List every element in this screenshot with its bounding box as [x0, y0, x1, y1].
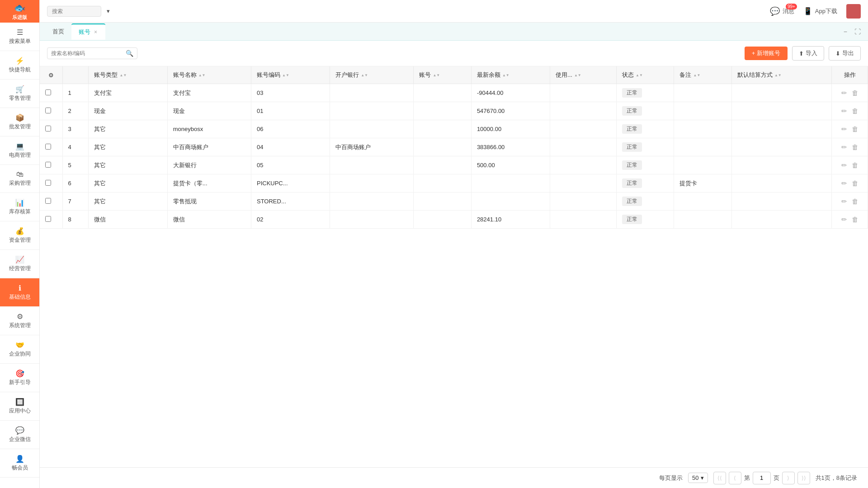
message-icon: 💬 [770, 6, 780, 16]
sort-icon-default_settle[interactable]: ▲▼ [774, 73, 782, 77]
last-page-button[interactable]: ⟩⟩ [797, 472, 810, 484]
cell-4-default_settle [731, 156, 831, 174]
delete-icon-0[interactable]: 🗑 [852, 89, 859, 97]
content-header: 🔍 + 新增账号 ⬆ 导入 ⬇ 导出 [40, 41, 868, 66]
cell-5-name: 提货卡（零... [167, 174, 251, 192]
sidebar-item-11[interactable]: 🤝企业协同 [0, 335, 39, 364]
sidebar-item-2[interactable]: 🛒零售管理 [0, 80, 39, 108]
topbar-search-input[interactable] [47, 6, 101, 17]
sort-icon-type[interactable]: ▲▼ [119, 73, 127, 77]
delete-icon-3[interactable]: 🗑 [852, 143, 859, 151]
sidebar: 🐟 乐进版 ☰搜索菜单⚡快捷导航🛒零售管理📦批发管理💻电商管理🛍采购管理📊库存核… [0, 0, 40, 488]
sidebar-item-12[interactable]: 🎯新手引导 [0, 364, 39, 392]
cell-7-type: 微信 [89, 211, 167, 229]
cell-2-remark [674, 120, 731, 138]
sidebar-item-10[interactable]: ⚙系统管理 [0, 307, 39, 335]
col-type[interactable]: 账号类型▲▼ [89, 66, 167, 84]
sort-icon-code[interactable]: ▲▼ [282, 73, 289, 77]
sort-icon-bank[interactable]: ▲▼ [361, 73, 368, 77]
sidebar-icon-6: 📊 [2, 198, 38, 207]
edit-icon-7[interactable]: ✏ [841, 216, 847, 224]
delete-icon-2[interactable]: 🗑 [852, 125, 859, 133]
cell-1-bank [330, 102, 414, 120]
sidebar-icon-9: ℹ [2, 284, 38, 292]
sidebar-item-14[interactable]: 💬企业微信 [0, 421, 39, 449]
edit-icon-5[interactable]: ✏ [841, 179, 847, 188]
page-input[interactable] [753, 472, 771, 484]
export-button[interactable]: ⬇ 导出 [829, 46, 861, 61]
edit-icon-6[interactable]: ✏ [841, 197, 847, 206]
sort-icon-status[interactable]: ▲▼ [636, 73, 643, 77]
add-account-button[interactable]: + 新增账号 [745, 47, 788, 60]
row-checkbox-4[interactable] [45, 162, 51, 168]
col-label-ops: 操作 [844, 71, 856, 78]
sidebar-item-6[interactable]: 📊库存核算 [0, 193, 39, 221]
per-page-select[interactable]: 50 ▾ [688, 473, 708, 483]
sidebar-item-8[interactable]: 📈经营管理 [0, 250, 39, 278]
tab-maximize-icon[interactable]: ⛶ [853, 26, 863, 37]
cell-1-type: 现金 [89, 102, 167, 120]
delete-icon-1[interactable]: 🗑 [852, 107, 859, 115]
col-bank[interactable]: 开户银行▲▼ [330, 66, 414, 84]
cell-2-default_settle [731, 120, 831, 138]
topbar-left: ▾ [47, 6, 110, 17]
prev-page-button[interactable]: ⟨ [729, 472, 741, 484]
sidebar-item-3[interactable]: 📦批发管理 [0, 108, 39, 136]
col-code[interactable]: 账号编码▲▼ [251, 66, 330, 84]
row-checkbox-1[interactable] [45, 108, 51, 113]
tab-minimize-icon[interactable]: − [842, 26, 849, 37]
sidebar-item-0[interactable]: ☰搜索菜单 [0, 23, 39, 51]
delete-icon-4[interactable]: 🗑 [852, 161, 859, 169]
search-icon[interactable]: 🔍 [126, 50, 133, 57]
cell-4-settings [40, 156, 62, 174]
col-name[interactable]: 账号名称▲▼ [167, 66, 251, 84]
col-usage[interactable]: 使用...▲▼ [550, 66, 617, 84]
sidebar-item-9[interactable]: ℹ基础信息 [0, 278, 39, 307]
cell-3-name: 中百商场账户 [167, 138, 251, 156]
col-label-code: 账号编码 [257, 71, 280, 78]
col-remark[interactable]: 备注▲▼ [674, 66, 731, 84]
sort-icon-account[interactable]: ▲▼ [433, 73, 440, 77]
sidebar-item-7[interactable]: 💰资金管理 [0, 221, 39, 250]
sort-icon-name[interactable]: ▲▼ [198, 73, 206, 77]
edit-icon-4[interactable]: ✏ [841, 161, 847, 169]
delete-icon-7[interactable]: 🗑 [852, 216, 859, 224]
tab-account[interactable]: 账号 × [71, 23, 105, 40]
sort-icon-usage[interactable]: ▲▼ [574, 73, 581, 77]
edit-icon-3[interactable]: ✏ [841, 143, 847, 151]
message-button[interactable]: 💬 99+ 消息 [770, 6, 794, 16]
col-account[interactable]: 账号▲▼ [414, 66, 471, 84]
row-checkbox-5[interactable] [45, 180, 51, 186]
sidebar-item-15[interactable]: 👤畅会员 [0, 449, 39, 478]
delete-icon-5[interactable]: 🗑 [852, 179, 859, 188]
row-checkbox-0[interactable] [45, 89, 51, 95]
page-navigation: ⟨⟨ ⟨ 第 页 ⟩ ⟩⟩ [713, 472, 810, 484]
next-page-button[interactable]: ⟩ [782, 472, 795, 484]
row-checkbox-6[interactable] [45, 198, 51, 204]
sidebar-item-4[interactable]: 💻电商管理 [0, 136, 39, 165]
sidebar-item-1[interactable]: ⚡快捷导航 [0, 51, 39, 80]
topbar-dropdown[interactable]: ▾ [107, 8, 110, 14]
sidebar-item-13[interactable]: 🔲应用中心 [0, 392, 39, 421]
row-checkbox-3[interactable] [45, 144, 51, 150]
avatar[interactable] [846, 4, 861, 19]
col-default_settle[interactable]: 默认结算方式▲▼ [731, 66, 831, 84]
import-button[interactable]: ⬆ 导入 [792, 46, 824, 61]
edit-icon-2[interactable]: ✏ [841, 125, 847, 133]
col-balance[interactable]: 最新余额▲▼ [471, 66, 550, 84]
sort-icon-balance[interactable]: ▲▼ [502, 73, 509, 77]
edit-icon-1[interactable]: ✏ [841, 107, 847, 115]
sidebar-item-5[interactable]: 🛍采购管理 [0, 165, 39, 193]
first-page-button[interactable]: ⟨⟨ [713, 472, 726, 484]
edit-icon-0[interactable]: ✏ [841, 89, 847, 97]
sort-icon-remark[interactable]: ▲▼ [693, 73, 700, 77]
tab-close-icon[interactable]: × [93, 29, 98, 35]
tab-home[interactable]: 首页 [45, 24, 71, 39]
delete-icon-6[interactable]: 🗑 [852, 197, 859, 206]
col-status[interactable]: 状态▲▼ [617, 66, 674, 84]
search-input[interactable] [51, 50, 123, 56]
cell-2-bank [330, 120, 414, 138]
row-checkbox-2[interactable] [45, 126, 51, 131]
row-checkbox-7[interactable] [45, 216, 51, 222]
download-button[interactable]: 📱 App下载 [803, 7, 837, 15]
